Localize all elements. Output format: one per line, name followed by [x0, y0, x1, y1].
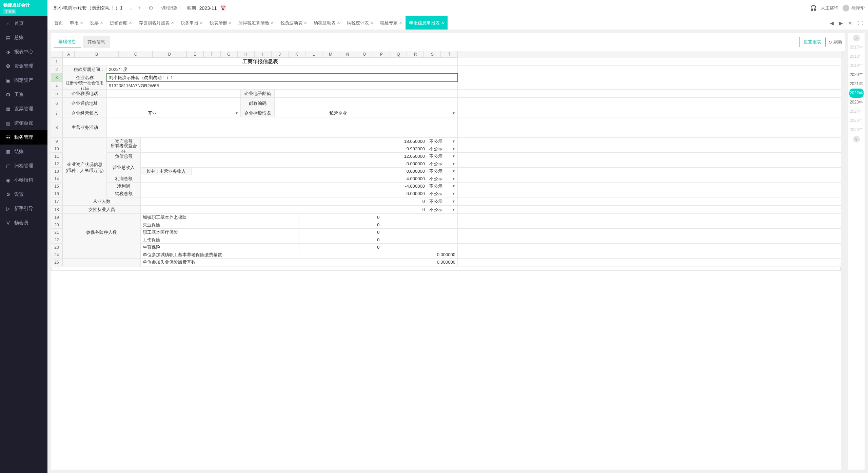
sidebar-item-settings[interactable]: ⚙设置 — [0, 187, 47, 202]
row-header[interactable]: 14 — [51, 175, 63, 182]
finance-value[interactable]: 0.000000 — [141, 160, 427, 167]
publicity-select[interactable]: 不公示▼ — [427, 197, 458, 205]
tab[interactable]: 申报✕ — [66, 16, 86, 30]
tab[interactable]: 纳税统计表✕ — [343, 16, 377, 30]
subtab-other[interactable]: 其他信息 — [83, 36, 110, 48]
close-icon[interactable]: ✕ — [100, 21, 103, 25]
row-header[interactable]: 17 — [51, 197, 63, 205]
row-header[interactable]: 5 — [51, 90, 63, 97]
subtab-basic[interactable]: 基础信息 — [54, 36, 81, 48]
tab[interactable]: 存货别名对照表✕ — [135, 16, 177, 30]
finance-value[interactable]: -4.000000 — [141, 175, 427, 182]
finance-subvalue[interactable]: 0.000000 — [192, 168, 427, 175]
column-header[interactable]: M — [322, 51, 339, 58]
headset-icon[interactable]: 🎧 — [810, 5, 817, 11]
row-header[interactable]: 10 — [51, 145, 63, 152]
year-up-icon[interactable]: ʌ — [853, 35, 860, 41]
year-button[interactable]: 2024年 — [849, 107, 864, 116]
publicity-select[interactable]: 不公示▼ — [427, 206, 458, 213]
year-button[interactable]: 2017年 — [849, 43, 864, 52]
publicity-select[interactable]: 不公示▼ — [427, 168, 458, 175]
row-header[interactable]: 6 — [51, 98, 63, 109]
row-header[interactable]: 2 — [51, 66, 63, 73]
row-header[interactable]: 18 — [51, 206, 63, 213]
column-header[interactable]: P — [373, 51, 390, 58]
tab[interactable]: 发票✕ — [86, 16, 106, 30]
tab[interactable]: 年报信息申报表✕ — [406, 16, 448, 30]
company-value[interactable]: 刘小艳演示账套（勿删勿动！）1 — [107, 73, 458, 82]
email-value[interactable] — [275, 90, 458, 97]
tab[interactable]: 税检专家✕ — [377, 16, 406, 30]
close-icon[interactable]: ✕ — [441, 21, 444, 25]
sidebar-item-invoice[interactable]: ▦发票管理 — [0, 102, 47, 116]
year-button[interactable]: 2021年 — [849, 79, 864, 89]
close-icon[interactable]: ✕ — [200, 21, 203, 25]
column-header[interactable]: F — [203, 51, 220, 58]
year-button[interactable]: 2025年 — [849, 116, 864, 125]
user-menu[interactable]: 徐泽华 — [843, 5, 865, 12]
sidebar-item-tax[interactable]: ☷税务管理 — [0, 130, 47, 145]
regno-value[interactable]: 91320811MA7NGR2W6R — [107, 82, 458, 89]
sidebar-item-closing[interactable]: ▩结账 — [0, 145, 47, 159]
close-icon[interactable]: ✕ — [337, 21, 340, 25]
column-header[interactable]: B — [75, 51, 119, 58]
insurance-value[interactable]: 0 — [299, 244, 458, 251]
refresh-button[interactable]: ↻ 刷新 — [828, 39, 842, 45]
row-header[interactable]: 11 — [51, 153, 63, 160]
insurance-value[interactable]: 0 — [299, 229, 458, 236]
tab[interactable]: 所得税汇算清缴✕ — [235, 16, 277, 30]
row-header[interactable]: 22 — [51, 236, 63, 243]
row-header[interactable]: 23 — [51, 244, 63, 251]
row-header[interactable]: 21 — [51, 229, 63, 236]
reset-report-button[interactable]: 重置报表 — [799, 37, 826, 47]
column-header[interactable]: I — [254, 51, 271, 58]
postal-value[interactable] — [275, 98, 458, 109]
close-icon[interactable]: ✕ — [80, 21, 83, 25]
column-header[interactable]: E — [186, 51, 203, 58]
year-button[interactable]: 2023年 — [849, 98, 864, 107]
close-icon[interactable]: ✕ — [271, 21, 274, 25]
sidebar-item-stock[interactable]: ▧进销台账 — [0, 116, 47, 130]
row-header[interactable]: 24 — [51, 251, 63, 258]
employees-value[interactable]: 0 — [141, 197, 427, 205]
close-icon[interactable]: ✕ — [370, 21, 373, 25]
female-value[interactable]: 0 — [141, 206, 427, 213]
sidebar-item-expense[interactable]: ◉小畅报销 — [0, 173, 47, 187]
publicity-select[interactable]: 不公示▼ — [427, 153, 458, 160]
row-header[interactable]: 20 — [51, 221, 63, 228]
switch-old-button[interactable]: 切到旧版 — [158, 4, 180, 12]
row-header[interactable]: 4 — [51, 82, 63, 89]
sidebar-item-archive[interactable]: ▢归档管理 — [0, 159, 47, 173]
publicity-select[interactable]: 不公示▼ — [427, 160, 458, 167]
sheet-corner[interactable] — [51, 51, 63, 58]
year-button[interactable]: 2018年 — [849, 52, 864, 61]
column-header[interactable]: J — [271, 51, 288, 58]
tab-next-icon[interactable]: ▶ — [837, 19, 845, 27]
row-header[interactable]: 3 — [51, 73, 63, 82]
account-selector[interactable]: 刘小艳演示账套（勿删勿动！）1 — [51, 5, 125, 11]
column-header[interactable]: L — [305, 51, 322, 58]
calendar-icon[interactable]: 📅 — [220, 5, 226, 11]
finance-value[interactable]: 18.050000 — [141, 138, 427, 145]
column-header[interactable]: Q — [390, 51, 407, 58]
column-header[interactable]: D — [153, 51, 186, 58]
publicity-select[interactable]: 不公示▼ — [427, 138, 458, 145]
address-value[interactable] — [107, 98, 241, 109]
tab[interactable]: 税负波动表✕ — [277, 16, 310, 30]
column-header[interactable]: H — [237, 51, 254, 58]
year-button[interactable]: 2020年 — [849, 70, 864, 79]
column-header[interactable]: K — [288, 51, 305, 58]
column-header[interactable]: A — [63, 51, 75, 58]
sidebar-item-guide[interactable]: ▷新手引导 — [0, 202, 47, 216]
close-icon[interactable]: ✕ — [171, 21, 174, 25]
tab[interactable]: 税表清册✕ — [206, 16, 235, 30]
phone-value[interactable] — [107, 90, 241, 97]
fullscreen-icon[interactable]: ⛶ — [856, 19, 865, 27]
row-header[interactable]: 15 — [51, 183, 63, 190]
chevron-down-icon[interactable]: ⌄ — [129, 6, 132, 11]
insurance-value[interactable]: 0 — [299, 214, 458, 221]
column-header[interactable]: R — [407, 51, 424, 58]
collapse-handle[interactable]: ‹ — [841, 51, 845, 470]
sidebar-item-salary[interactable]: ✪工资 — [0, 88, 47, 102]
tab[interactable]: 进销台账✕ — [106, 16, 135, 30]
